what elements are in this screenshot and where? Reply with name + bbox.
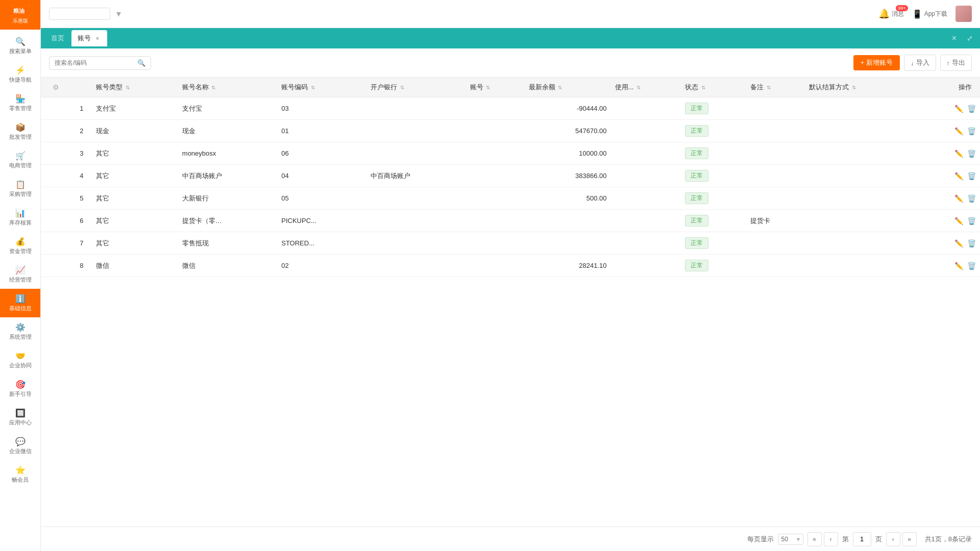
- th-account-code[interactable]: 账号编码 ⇅: [277, 78, 366, 97]
- sidebar-label-retail-mgmt: 零售管理: [9, 105, 32, 112]
- status-badge-7: 正常: [685, 260, 708, 271]
- topbar-search-input[interactable]: [49, 8, 110, 20]
- row-default-settlement-3: [805, 165, 919, 187]
- sidebar-item-wholesale-mgmt[interactable]: 📦批发管理: [0, 117, 40, 146]
- table-header-row: ⚙ 账号类型 ⇅ 账号名称 ⇅ 账号编码 ⇅ 开户银行 ⇅ 账号 ⇅ 最新余额 …: [41, 78, 980, 97]
- edit-btn-6[interactable]: ✏️: [954, 239, 963, 247]
- tab-account-close[interactable]: ×: [94, 35, 101, 42]
- sidebar-item-basic-info[interactable]: ℹ️基础信息: [0, 289, 40, 317]
- th-account-name[interactable]: 账号名称 ⇅: [178, 78, 277, 97]
- sidebar-item-retail-mgmt[interactable]: 🏪零售管理: [0, 89, 40, 117]
- edit-btn-2[interactable]: ✏️: [954, 149, 963, 158]
- tab-close-btn[interactable]: ×: [949, 33, 960, 44]
- sidebar-item-sys-mgmt[interactable]: ⚙️系统管理: [0, 317, 40, 346]
- th-account-no[interactable]: 账号 ⇅: [466, 78, 525, 97]
- edit-btn-4[interactable]: ✏️: [954, 194, 963, 203]
- sidebar-icon-ecommerce-mgmt: 🛒: [15, 151, 26, 161]
- sidebar-item-purchase-mgmt[interactable]: 📋采购管理: [0, 174, 40, 203]
- sidebar-icon-vip-member: ⭐: [15, 465, 26, 475]
- first-page-btn[interactable]: «: [807, 532, 822, 546]
- row-status-3: 正常: [681, 165, 746, 187]
- table-row: 2 现金 现金 01 547670.00 正常 ✏️ 🗑️: [41, 120, 980, 142]
- status-badge-0: 正常: [685, 103, 708, 114]
- sidebar-label-app-center: 应用中心: [9, 419, 32, 427]
- row-account-code-3: 04: [277, 165, 366, 187]
- app-download-btn[interactable]: 📱 App下载: [912, 9, 947, 19]
- search-box[interactable]: 🔍: [49, 56, 151, 70]
- tab-maximize-btn[interactable]: ⤢: [964, 33, 976, 43]
- pagination: 每页显示 50 ▾ « ‹ 第 页 › » 共1页，8条记录: [41, 527, 980, 551]
- th-settings[interactable]: ⚙: [41, 78, 71, 97]
- delete-btn-4[interactable]: 🗑️: [967, 194, 976, 203]
- sidebar-item-ecommerce-mgmt[interactable]: 🛒电商管理: [0, 146, 40, 174]
- export-button[interactable]: ↑ 导出: [940, 55, 972, 71]
- sidebar-item-new-guide[interactable]: 🎯新手引导: [0, 374, 40, 403]
- th-latest-balance[interactable]: 最新余额 ⇅: [525, 78, 611, 97]
- row-account-type-0: 支付宝: [92, 97, 178, 120]
- row-balance-6: [525, 232, 611, 255]
- import-button[interactable]: ↓ 导入: [904, 55, 936, 71]
- edit-btn-7[interactable]: ✏️: [954, 262, 963, 270]
- row-balance-7: 28241.10: [525, 255, 611, 277]
- sidebar-icon-search-menu: 🔍: [15, 37, 26, 46]
- delete-btn-0[interactable]: 🗑️: [967, 105, 976, 113]
- sidebar-item-inventory-mgmt[interactable]: 📊库存核算: [0, 203, 40, 232]
- sidebar-item-finance-mgmt[interactable]: 💰资金管理: [0, 232, 40, 260]
- row-account-type-7: 微信: [92, 255, 178, 277]
- row-settings-0: [41, 97, 71, 120]
- row-usage-6: [611, 232, 681, 255]
- edit-btn-3[interactable]: ✏️: [954, 172, 963, 180]
- row-account-name-7: 微信: [178, 255, 277, 277]
- sidebar-item-ops-mgmt[interactable]: 📈经营管理: [0, 260, 40, 289]
- notification-btn[interactable]: 🔔 消息 99+: [878, 8, 904, 19]
- sidebar-icon-wholesale-mgmt: 📦: [15, 122, 26, 132]
- th-bank[interactable]: 开户银行 ⇅: [366, 78, 465, 97]
- sidebar-item-enterprise-wechat[interactable]: 💬企业微信: [0, 432, 40, 460]
- sidebar-label-quick-nav: 快捷导航: [9, 76, 32, 84]
- sidebar-item-quick-nav[interactable]: ⚡快捷导航: [0, 60, 40, 89]
- delete-btn-2[interactable]: 🗑️: [967, 149, 976, 158]
- user-avatar[interactable]: [955, 6, 972, 22]
- th-default-settlement[interactable]: 默认结算方式 ⇅: [805, 78, 919, 97]
- row-settings-2: [41, 142, 71, 165]
- sidebar-item-vip-member[interactable]: ⭐畅会员: [0, 460, 40, 489]
- edit-btn-1[interactable]: ✏️: [954, 127, 963, 135]
- last-page-btn[interactable]: »: [902, 532, 917, 546]
- prev-page-btn[interactable]: ‹: [824, 532, 838, 546]
- delete-btn-7[interactable]: 🗑️: [967, 262, 976, 270]
- content-toolbar: 🔍 + 新增账号 ↓ 导入 ↑ 导出: [41, 48, 980, 78]
- th-usage[interactable]: 使用... ⇅: [611, 78, 681, 97]
- add-account-button[interactable]: + 新增账号: [853, 55, 900, 70]
- sidebar-item-enterprise-agreement[interactable]: 🤝企业协同: [0, 346, 40, 374]
- status-badge-1: 正常: [685, 125, 708, 137]
- tab-account-label: 账号: [78, 34, 91, 43]
- sidebar-item-app-center[interactable]: 🔲应用中心: [0, 403, 40, 432]
- sidebar-label-ecommerce-mgmt: 电商管理: [9, 162, 32, 169]
- topbar: ▾ 🔔 消息 99+ 📱 App下载: [41, 0, 980, 28]
- next-page-btn[interactable]: ›: [886, 532, 900, 546]
- row-default-settlement-5: [805, 210, 919, 232]
- edit-btn-5[interactable]: ✏️: [954, 217, 963, 225]
- delete-btn-3[interactable]: 🗑️: [967, 172, 976, 180]
- topbar-left: ▾: [49, 8, 121, 20]
- delete-btn-1[interactable]: 🗑️: [967, 127, 976, 135]
- delete-btn-5[interactable]: 🗑️: [967, 217, 976, 225]
- edit-btn-0[interactable]: ✏️: [954, 105, 963, 113]
- delete-btn-6[interactable]: 🗑️: [967, 239, 976, 247]
- search-input[interactable]: [55, 59, 134, 66]
- tab-account[interactable]: 账号 ×: [71, 30, 107, 46]
- page-size-dropdown-icon[interactable]: ▾: [797, 536, 800, 543]
- th-status[interactable]: 状态 ⇅: [681, 78, 746, 97]
- tab-home[interactable]: 首页: [45, 30, 70, 46]
- sidebar-item-search-menu[interactable]: 🔍搜索菜单: [0, 32, 40, 60]
- row-balance-5: [525, 210, 611, 232]
- row-num-2: 3: [71, 142, 92, 165]
- th-account-type[interactable]: 账号类型 ⇅: [92, 78, 178, 97]
- topbar-dropdown-icon[interactable]: ▾: [116, 8, 121, 19]
- page-number-input[interactable]: [853, 532, 871, 546]
- row-account-type-1: 现金: [92, 120, 178, 142]
- th-remark[interactable]: 备注 ⇅: [746, 78, 805, 97]
- page-size-select[interactable]: 50 ▾: [778, 534, 803, 545]
- row-num-3: 4: [71, 165, 92, 187]
- toolbar-right: + 新增账号 ↓ 导入 ↑ 导出: [853, 55, 972, 71]
